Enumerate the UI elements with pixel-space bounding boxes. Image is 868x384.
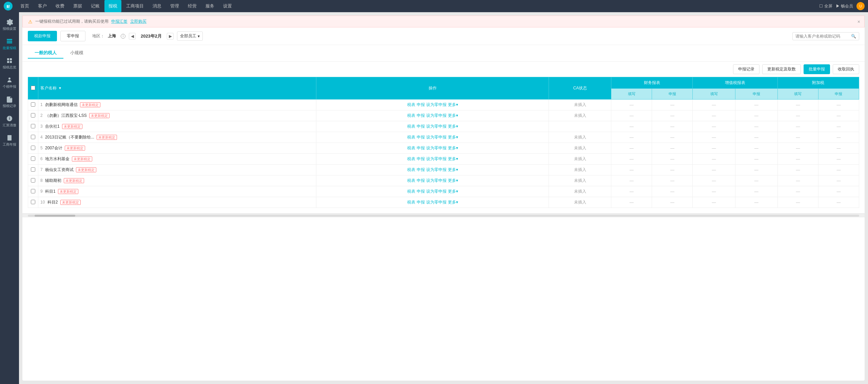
op-btn-0[interactable]: 税表 (407, 135, 415, 140)
op-btn-1[interactable]: 申报 (417, 113, 425, 118)
op-btn-3[interactable]: 更多▾ (448, 124, 458, 129)
op-btn-3[interactable]: 更多▾ (448, 189, 458, 194)
sub-tab-small-scale[interactable]: 小规模 (63, 48, 90, 59)
member-btn[interactable]: ▶ 畅会员 (836, 3, 853, 9)
row-f2: — (652, 121, 693, 132)
op-btn-1[interactable]: 申报 (417, 167, 425, 172)
row-operations: 税表申报设为零申报更多▾ (316, 110, 549, 121)
sidebar-item-settlement[interactable]: 汇算清缴 (1, 112, 18, 130)
nav-home[interactable]: 首页 (16, 0, 33, 12)
sidebar-item-annual-report[interactable]: 工商年报 (1, 131, 18, 149)
tab-tax-declaration[interactable]: 税款申报 (28, 31, 57, 41)
nav-client[interactable]: 客户 (34, 0, 51, 12)
notice-link2[interactable]: 立即购买 (130, 19, 146, 24)
table-row: 6 地方水利基金 未更新税定 税表申报设为零申报更多▾ 未插入 — — — — … (28, 154, 859, 165)
batch-declare-btn[interactable]: 批量申报 (804, 64, 830, 74)
sidebar-item-batch-tax[interactable]: 批量报税 (1, 35, 18, 53)
op-btn-1[interactable]: 申报 (417, 178, 425, 183)
op-btn-0[interactable]: 税表 (407, 113, 415, 118)
op-btn-2[interactable]: 设为零申报 (426, 135, 447, 140)
row-checkbox-2[interactable] (31, 124, 35, 128)
sidebar-item-tax-settings[interactable]: 报税设置 (1, 16, 18, 34)
row-checkbox-7[interactable] (31, 178, 35, 183)
op-btn-3[interactable]: 更多▾ (448, 178, 458, 183)
op-btn-1[interactable]: 申报 (417, 124, 425, 129)
notice-close-btn[interactable]: × (857, 19, 860, 24)
row-checkbox-5[interactable] (31, 156, 35, 161)
nav-service[interactable]: 服务 (201, 0, 218, 12)
op-btn-3[interactable]: 更多▾ (448, 200, 458, 205)
nav-manage[interactable]: 管理 (166, 0, 183, 12)
row-checkbox-3[interactable] (31, 135, 35, 139)
nav-operation[interactable]: 经营 (184, 0, 201, 12)
sidebar-item-tax-overview[interactable]: 报税总览 (1, 54, 18, 72)
row-checkbox-4[interactable] (31, 146, 35, 150)
op-btn-3[interactable]: 更多▾ (448, 146, 458, 150)
op-btn-1[interactable]: 申报 (417, 102, 425, 107)
sidebar-item-tax-records[interactable]: 报税记录 (1, 93, 18, 111)
user-avatar[interactable]: U (856, 2, 865, 10)
op-btn-2[interactable]: 设为零申报 (426, 200, 447, 205)
nav-message[interactable]: 消息 (149, 0, 165, 12)
header-client-name: 客户名称 ▾ (38, 77, 316, 100)
nav-accounting[interactable]: 记账 (87, 0, 104, 12)
logo[interactable]: 财 (3, 1, 13, 11)
fullscreen-btn[interactable]: ☐ 全屏 (819, 3, 832, 9)
op-btn-3[interactable]: 更多▾ (448, 167, 458, 172)
op-btn-2[interactable]: 设为零申报 (426, 189, 447, 194)
op-btn-2[interactable]: 设为零申报 (426, 178, 447, 183)
row-number: 7 (40, 167, 43, 172)
declare-records-btn[interactable]: 申报记录 (733, 64, 760, 74)
update-tax-btn[interactable]: 更新税定及取数 (762, 64, 801, 74)
row-f6: — (818, 121, 859, 132)
op-btn-0[interactable]: 税表 (407, 178, 415, 183)
region-info-icon[interactable]: i (121, 34, 125, 39)
op-btn-1[interactable]: 申报 (417, 200, 425, 205)
op-btn-0[interactable]: 税表 (407, 200, 415, 205)
collect-receipt-btn[interactable]: 收取回执 (833, 64, 859, 74)
op-btn-2[interactable]: 设为零申报 (426, 146, 447, 150)
sort-icon[interactable]: ▾ (59, 86, 61, 90)
op-btn-1[interactable]: 申报 (417, 156, 425, 161)
nav-settings[interactable]: 设置 (219, 0, 236, 12)
select-all-checkbox[interactable] (31, 86, 35, 90)
row-checkbox-8[interactable] (31, 189, 35, 193)
op-btn-1[interactable]: 申报 (417, 146, 425, 150)
date-next-btn[interactable]: ▶ (167, 33, 174, 40)
op-btn-3[interactable]: 更多▾ (448, 102, 458, 107)
op-btn-0[interactable]: 税表 (407, 167, 415, 172)
op-btn-1[interactable]: 申报 (417, 135, 425, 140)
nav-fee[interactable]: 收费 (52, 0, 68, 12)
op-btn-2[interactable]: 设为零申报 (426, 113, 447, 118)
op-btn-1[interactable]: 申报 (417, 189, 425, 194)
search-icon[interactable]: 🔍 (851, 34, 856, 39)
op-btn-3[interactable]: 更多▾ (448, 113, 458, 118)
date-prev-btn[interactable]: ◀ (129, 33, 136, 40)
op-btn-2[interactable]: 设为零申报 (426, 167, 447, 172)
row-checkbox-9[interactable] (31, 200, 35, 204)
sub-tab-general[interactable]: 一般的税人 (28, 48, 63, 59)
sidebar-item-personal-tax[interactable]: 个税申报 (1, 73, 18, 91)
notice-link1[interactable]: 申报汇签 (111, 19, 127, 24)
nav-tax[interactable]: 报税 (104, 0, 121, 12)
row-checkbox-1[interactable] (31, 113, 35, 118)
staff-select[interactable]: 全部员工 ▾ (177, 31, 203, 41)
op-btn-2[interactable]: 设为零申报 (426, 124, 447, 129)
op-btn-2[interactable]: 设为零申报 (426, 102, 447, 107)
op-btn-0[interactable]: 税表 (407, 124, 415, 129)
op-btn-2[interactable]: 设为零申报 (426, 156, 447, 161)
op-btn-3[interactable]: 更多▾ (448, 135, 458, 140)
horizontal-scrollbar[interactable] (22, 213, 865, 217)
nav-invoice[interactable]: 票据 (69, 0, 86, 12)
op-btn-3[interactable]: 更多▾ (448, 156, 458, 161)
row-checkbox-0[interactable] (31, 102, 35, 107)
nav-business[interactable]: 工商项目 (122, 0, 148, 12)
op-btn-0[interactable]: 税表 (407, 146, 415, 150)
op-btn-0[interactable]: 税表 (407, 189, 415, 194)
op-btn-0[interactable]: 税表 (407, 102, 415, 107)
search-input[interactable] (795, 34, 850, 39)
tab-zero-declaration[interactable]: 零申报 (60, 31, 85, 41)
op-btn-0[interactable]: 税表 (407, 156, 415, 161)
row-checkbox-6[interactable] (31, 167, 35, 172)
scroll-thumb[interactable] (35, 215, 75, 217)
